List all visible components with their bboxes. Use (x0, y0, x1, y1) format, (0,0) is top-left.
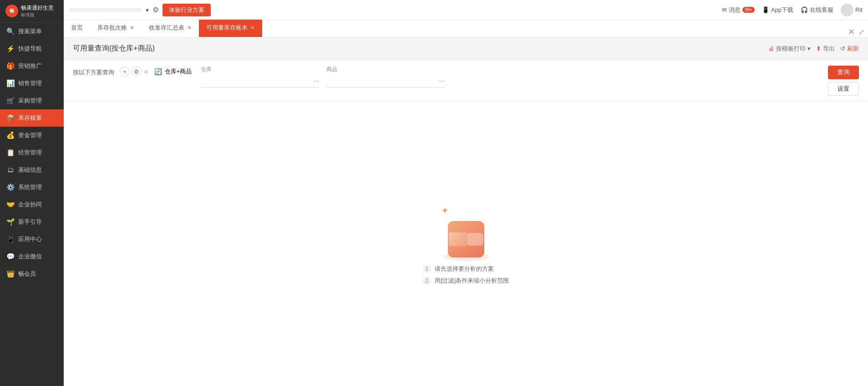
filter-fields: 仓库 ··· 商品 ··· (201, 66, 822, 87)
tab-available-ledger[interactable]: 可用量库存账本✕ (199, 20, 262, 37)
message-icon: ✉ (722, 6, 727, 13)
refresh-label: 刷新 (847, 45, 859, 53)
filter-settings-btn[interactable]: 设置 (828, 82, 859, 96)
sales-icon: 📊 (6, 79, 15, 87)
sidebar-item-sales[interactable]: 📊 销售管理 (0, 75, 64, 92)
inventory-label: 库存核算 (18, 114, 42, 122)
warehouse-field: 仓库 ··· (201, 66, 319, 87)
warehouse-input[interactable] (201, 78, 311, 85)
member-label: 畅会员 (18, 270, 36, 278)
topbar-right: ✉ 消息 99+ 📱 App下载 🎧 在线客服 Rit (722, 4, 863, 16)
sparkle-icon: ✦ (441, 205, 449, 216)
warehouse-input-wrapper: ··· (201, 75, 319, 87)
avatar (841, 4, 853, 16)
wechat-icon: 💬 (6, 252, 15, 261)
sidebar-item-member[interactable]: 👑 畅会员 (0, 265, 64, 283)
sidebar-item-purchase[interactable]: 🛒 采购管理 (0, 92, 64, 109)
scheme-label: 仓库+商品 (165, 67, 192, 76)
main-area: ▾ ⚙ 体验行业方案 ✉ 消息 99+ 📱 App下载 🎧 在线客服 Rit (64, 0, 868, 386)
tab-receipt-summary[interactable]: 收发存汇总表✕ (142, 20, 199, 37)
empty-hints: 1 请先选择要分析的方案 2 用[过滤]条件来缩小分析范围 (423, 265, 509, 285)
headset-icon: 🎧 (801, 6, 808, 13)
product-input[interactable] (326, 78, 437, 85)
message-badge: 99+ (742, 7, 755, 13)
page-header-actions: 🖨 按模板打印 ▾ ⬆ 导出 ↺ 刷新 (768, 45, 859, 53)
member-icon: 👑 (6, 270, 15, 278)
brand-name: 畅康通好生意 (21, 5, 54, 12)
refresh-btn[interactable]: ↺ 刷新 (840, 45, 859, 53)
tab-label-batch-account: 库存批次账 (97, 24, 127, 32)
product-field: 商品 ··· (326, 66, 445, 87)
marketing-icon: 🎁 (6, 62, 15, 70)
tab-close-receipt-summary[interactable]: ✕ (187, 25, 192, 31)
product-field-label: 商品 (326, 66, 445, 73)
sidebar-item-basic[interactable]: 🗂 基础信息 (0, 161, 64, 179)
filter-scheme-header: + ⚙ « 🔄 仓库+商品 (120, 66, 195, 77)
tabs-right: ✕ ⤢ (848, 27, 868, 37)
empty-illustration: ✦ (439, 203, 493, 257)
sidebar-item-wechat[interactable]: 💬 企业微信 (0, 248, 64, 265)
basic-icon: 🗂 (6, 166, 15, 174)
sidebar-item-operation[interactable]: 📋 经营管理 (0, 144, 64, 161)
hint-item-1: 1 请先选择要分析的方案 (423, 265, 509, 273)
sidebar-item-marketing[interactable]: 🎁 营销推广 (0, 57, 64, 75)
search-icon: 🔍 (6, 27, 15, 36)
online-service-item[interactable]: 🎧 在线客服 (801, 6, 833, 14)
gear-icon[interactable]: ⚙ (152, 5, 159, 14)
sales-label: 销售管理 (18, 79, 42, 87)
user-item[interactable]: Rit (841, 4, 863, 16)
warehouse-field-label: 仓库 (201, 66, 319, 73)
hint-text-2: 用[过滤]条件来缩小分析范围 (435, 277, 509, 285)
search-label: 搜索菜单 (18, 27, 42, 36)
finance-icon: 💰 (6, 131, 15, 139)
print-icon: 🖨 (768, 45, 774, 52)
tab-home[interactable]: 首页 (64, 20, 90, 37)
collapse-btn[interactable]: « (144, 68, 148, 75)
tab-label-receipt-summary: 收发存汇总表 (149, 24, 184, 32)
sidebar-item-shortcut[interactable]: ⚡ 快捷导航 (0, 40, 64, 57)
box-shadow (443, 252, 489, 261)
filter-scheme-actions: + ⚙ (120, 67, 142, 77)
message-item[interactable]: ✉ 消息 99+ (722, 6, 755, 14)
export-icon: ⬆ (816, 45, 821, 52)
sidebar-item-enterprise[interactable]: 🤝 企业协同 (0, 196, 64, 213)
app-download-item[interactable]: 📱 App下载 (762, 6, 793, 14)
sidebar: 畅 畅康通好生意 标准版 🔍 搜索菜单 ⚡ 快捷导航 🎁 营销推广 📊 销售管理… (0, 0, 64, 386)
product-input-wrapper: ··· (326, 75, 445, 87)
apps-label: 应用中心 (18, 235, 42, 243)
tab-close-all-btn[interactable]: ✕ (848, 27, 855, 37)
dropdown-icon[interactable]: ▾ (146, 6, 149, 14)
export-btn[interactable]: ⬆ 导出 (816, 45, 835, 53)
tab-batch-account[interactable]: 库存批次账✕ (90, 20, 142, 37)
marketing-label: 营销推广 (18, 62, 42, 70)
sidebar-item-newbie[interactable]: 🌱 新手引导 (0, 213, 64, 231)
industry-btn[interactable]: 体验行业方案 (162, 4, 211, 16)
print-label: 按模板打印 (776, 45, 806, 53)
add-scheme-btn[interactable]: + (120, 67, 130, 77)
purchase-label: 采购管理 (18, 97, 42, 105)
sidebar-brand: 畅康通好生意 标准版 (21, 5, 54, 18)
tab-close-batch-account[interactable]: ✕ (130, 25, 134, 31)
content-area: ✦ 1 请先选择要分析的方案 2 用[过滤]条件来缩小分析范围 (64, 102, 868, 386)
tab-close-available-ledger[interactable]: ✕ (250, 25, 255, 31)
settings-scheme-btn[interactable]: ⚙ (132, 67, 142, 77)
warehouse-more-btn[interactable]: ··· (313, 77, 319, 85)
sidebar-item-search[interactable]: 🔍 搜索菜单 (0, 23, 64, 40)
print-dropdown-icon[interactable]: ▾ (807, 45, 811, 52)
sidebar-item-apps[interactable]: 📱 应用中心 (0, 231, 64, 248)
enterprise-icon: 🤝 (6, 201, 15, 209)
sidebar-item-system[interactable]: ⚙️ 系统管理 (0, 179, 64, 196)
username-label: Rit (855, 6, 863, 13)
sidebar-item-finance[interactable]: 💰 资金管理 (0, 127, 64, 144)
sidebar-header: 畅 畅康通好生意 标准版 (0, 0, 64, 23)
apps-icon: 📱 (6, 235, 15, 243)
product-more-btn[interactable]: ··· (439, 77, 445, 85)
hint-num-2: 2 (423, 277, 431, 285)
query-btn[interactable]: 查询 (828, 66, 859, 79)
print-btn[interactable]: 🖨 按模板打印 ▾ (768, 45, 811, 53)
tabs-bar: 首页库存批次账✕收发存汇总表✕可用量库存账本✕ ✕ ⤢ (64, 20, 868, 37)
sidebar-item-inventory[interactable]: 📦 库存核算 (0, 109, 64, 127)
scheme-item-warehouse-product[interactable]: 🔄 仓库+商品 (151, 66, 196, 77)
newbie-icon: 🌱 (6, 218, 15, 226)
tab-expand-btn[interactable]: ⤢ (858, 28, 864, 36)
